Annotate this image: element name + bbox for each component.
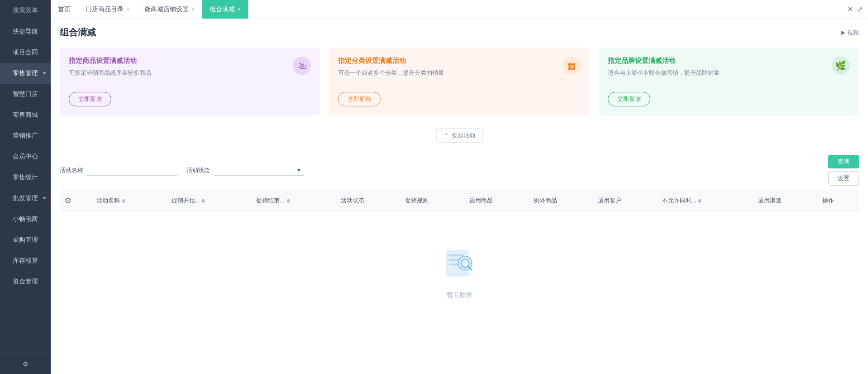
col-promo-end[interactable]: 促销结束... — [252, 190, 336, 211]
query-button[interactable]: 查询 — [828, 155, 859, 168]
filter-actions: 查询 设置 — [828, 155, 859, 186]
maximize-window-button[interactable]: ⤢ — [857, 5, 863, 14]
sort-icon-promo-end — [286, 199, 290, 203]
sidebar: 搜索菜单 快捷导航项目合同零售管理智慧门店零售商城营销推广会员中心零售统计批发管… — [0, 0, 51, 374]
activity-status-label: 活动状态 — [186, 166, 210, 174]
table-settings-icon[interactable]: ⚙ — [64, 196, 72, 205]
tab-label-wechat-store-settings: 微商城店铺设置 — [144, 5, 189, 14]
col-activity-name[interactable]: 活动名称 — [92, 190, 167, 211]
sidebar-item-retail-stats[interactable]: 零售统计 — [0, 167, 51, 188]
sort-icon-activity-name — [122, 199, 125, 203]
sidebar-item-smart-store[interactable]: 智慧门店 — [0, 84, 51, 105]
collapse-icon: ⌃ — [444, 132, 449, 139]
sidebar-search[interactable]: 搜索菜单 — [0, 0, 51, 21]
col-applicable-goods: 适用商品 — [465, 190, 529, 211]
sidebar-item-project-contract[interactable]: 项目合同 — [0, 42, 51, 63]
empty-illustration — [437, 239, 482, 284]
card-product-desc: 可指定滞销商品或库存较多商品 — [69, 69, 311, 85]
tab-combo-discount[interactable]: 组合满减× — [202, 0, 248, 19]
activity-table: ⚙活动名称促销开始...促销结束...活动状态促销规则适用商品例外商品适用客户不… — [60, 190, 859, 211]
tab-close-combo-discount[interactable]: × — [238, 6, 241, 13]
col-not-allow-concurrent[interactable]: 不允许同时... — [658, 190, 754, 211]
tab-label-store-catalog: 门店商品目录 — [86, 5, 124, 14]
sort-icon-not-allow-concurrent — [698, 199, 701, 203]
col-activity-status: 活动状态 — [336, 190, 401, 211]
col-promo-rule: 促销规则 — [401, 190, 465, 211]
empty-state: 暂无数据 — [60, 211, 859, 317]
sidebar-item-xiao-ecom[interactable]: 小畅电商 — [0, 209, 51, 230]
card-brand-desc: 适合与上游企业联合做营销，提升品牌销量 — [608, 69, 850, 85]
sidebar-item-wholesale-mgmt[interactable]: 批发管理 — [0, 188, 51, 209]
tab-actions: ✕ ⤢ — [842, 5, 868, 14]
table-container: ⚙活动名称促销开始...促销结束...活动状态促销规则适用商品例外商品适用客户不… — [51, 190, 868, 317]
empty-text: 暂无数据 — [447, 291, 472, 299]
page-title: 组合满减 — [60, 26, 96, 38]
card-category-add-button[interactable]: 立即新增 — [338, 92, 381, 106]
activity-status-select[interactable]: ▾ — [214, 165, 304, 176]
sidebar-item-inventory-calc[interactable]: 库存核算 — [0, 250, 51, 271]
activity-cards-container: 🛍指定商品设置满减活动可指定滞销商品或库存较多商品立即新增▦指定分类设置满减活动… — [51, 43, 868, 125]
settings-button[interactable]: 设置 — [828, 171, 859, 186]
tab-label-combo-discount: 组合满减 — [210, 5, 235, 14]
card-brand-icon: 🌿 — [832, 57, 850, 75]
col-promo-start[interactable]: 促销开始... — [167, 190, 252, 211]
page-content: 组合满减 ▶ 视频 🛍指定商品设置满减活动可指定滞销商品或库存较多商品立即新增▦… — [51, 19, 868, 374]
tab-store-catalog[interactable]: 门店商品目录× — [78, 0, 137, 19]
chevron-down-icon: ▾ — [297, 167, 300, 173]
page-header: 组合满减 ▶ 视频 — [51, 19, 868, 43]
close-window-button[interactable]: ✕ — [847, 5, 853, 14]
video-link[interactable]: ▶ 视频 — [841, 29, 859, 37]
sidebar-settings[interactable]: ⚙ — [0, 354, 51, 374]
card-category: ▦指定分类设置满减活动可选一个或者多个分类，提升分类的销量立即新增 — [329, 48, 589, 115]
gear-icon: ⚙ — [23, 360, 29, 368]
sidebar-item-quick-nav[interactable]: 快捷导航 — [0, 21, 51, 42]
card-category-icon: ▦ — [563, 57, 581, 75]
col-settings: ⚙ — [60, 190, 92, 211]
collapse-activities-button[interactable]: ⌃ 收起活动 — [436, 128, 483, 143]
card-category-desc: 可选一个或者多个分类，提升分类的销量 — [338, 69, 580, 85]
play-icon: ▶ — [841, 29, 845, 36]
card-product-add-button[interactable]: 立即新增 — [69, 92, 111, 106]
sidebar-item-retail-mgmt[interactable]: 零售管理 — [0, 63, 51, 84]
sidebar-item-marketing[interactable]: 营销推广 — [0, 125, 51, 146]
activity-name-filter: 活动名称 — [60, 165, 177, 176]
sort-icon-promo-start — [201, 199, 205, 203]
col-operation: 操作 — [818, 190, 859, 211]
main-area: 首页门店商品目录×微商城店铺设置×组合满减× ✕ ⤢ 组合满减 ▶ 视频 🛍指定… — [51, 0, 868, 374]
tab-bar: 首页门店商品目录×微商城店铺设置×组合满减× ✕ ⤢ — [51, 0, 868, 19]
svg-rect-2 — [449, 254, 464, 256]
tab-home[interactable]: 首页 — [51, 0, 78, 19]
sidebar-item-purchase-mgmt[interactable]: 采购管理 — [0, 230, 51, 250]
sidebar-item-member-center[interactable]: 会员中心 — [0, 146, 51, 167]
filter-row: 活动名称 活动状态 ▾ 查询 设置 — [51, 150, 868, 190]
card-product-title: 指定商品设置满减活动 — [69, 57, 311, 65]
tab-label-home: 首页 — [58, 5, 71, 14]
svg-point-8 — [463, 261, 465, 263]
tab-close-store-catalog[interactable]: × — [126, 6, 129, 13]
card-brand: 🌿指定品牌设置满减活动适合与上游企业联合做营销，提升品牌销量立即新增 — [599, 48, 859, 115]
card-brand-title: 指定品牌设置满减活动 — [608, 57, 850, 65]
card-category-title: 指定分类设置满减活动 — [338, 57, 580, 65]
sidebar-item-fund-mgmt[interactable]: 资金管理 — [0, 271, 51, 292]
col-applicable-channel: 适用渠道 — [754, 190, 818, 211]
activity-name-label: 活动名称 — [60, 166, 83, 174]
collapse-bar: ⌃ 收起活动 — [51, 125, 868, 150]
card-product: 🛍指定商品设置满减活动可指定滞销商品或库存较多商品立即新增 — [60, 48, 320, 115]
activity-name-input[interactable] — [87, 165, 177, 176]
tab-close-wechat-store-settings[interactable]: × — [191, 6, 195, 13]
sidebar-item-retail-mall[interactable]: 零售商城 — [0, 105, 51, 125]
card-brand-add-button[interactable]: 立即新增 — [608, 92, 650, 106]
tab-wechat-store-settings[interactable]: 微商城店铺设置× — [137, 0, 202, 19]
col-applicable-customer: 适用客户 — [593, 190, 658, 211]
col-exception-goods: 例外商品 — [529, 190, 593, 211]
activity-status-filter: 活动状态 ▾ — [186, 165, 304, 176]
